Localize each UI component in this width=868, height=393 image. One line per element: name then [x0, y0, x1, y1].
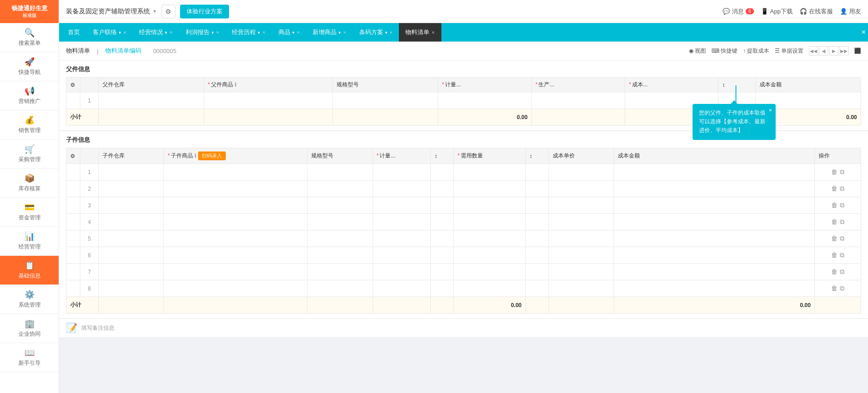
delete-row7-button[interactable]: 🗑	[831, 268, 838, 276]
child-row-8: 8 🗑⧉	[66, 280, 861, 297]
topbar-left: 装备及固定资产辅助管理系统 ▼ ⚙ 体验行业方案	[66, 5, 229, 18]
tab-customers-close[interactable]: ×	[123, 30, 126, 35]
close-all-tabs-button[interactable]: ×	[862, 28, 866, 36]
delete-row8-button[interactable]: 🗑	[831, 284, 838, 292]
copy-row8-button[interactable]: ⧉	[840, 284, 844, 292]
nav-next-next-button[interactable]: ▶▶	[839, 46, 849, 55]
tab-new-products-close[interactable]: ×	[343, 30, 346, 35]
child-row1-unit[interactable]	[373, 164, 430, 181]
tab-barcode-close[interactable]: ×	[390, 30, 392, 35]
nav-prev-button[interactable]: ◀	[819, 46, 828, 55]
sidebar-item-operation[interactable]: 📊 经营管理	[0, 227, 59, 256]
tab-operations-close[interactable]: ×	[169, 30, 172, 35]
parent-row1-warehouse[interactable]	[99, 92, 204, 109]
tab-new-products[interactable]: 新增商品 ▾ ×	[306, 23, 352, 42]
child-row1-spec[interactable]	[307, 164, 373, 181]
nav-next-button[interactable]: ▶	[829, 46, 838, 55]
note-icon: 📝	[66, 322, 78, 333]
tab-products[interactable]: 商品 ▾ ×	[272, 23, 306, 42]
sidebar-item-marketing[interactable]: 📢 营销推广	[0, 81, 59, 110]
tooltip-close-button[interactable]: ×	[769, 106, 772, 115]
delete-row1-button[interactable]: 🗑	[831, 168, 838, 176]
copy-row6-button[interactable]: ⧉	[840, 251, 844, 259]
message-button[interactable]: 💬 消息 6	[723, 7, 754, 16]
parent-col-cost-amount: 成本金额	[755, 78, 861, 92]
parent-col-production: *生产...	[531, 78, 625, 92]
copy-row3-button[interactable]: ⧉	[840, 201, 844, 209]
user-button[interactable]: 👤 用友	[840, 7, 861, 16]
tab-bom-close[interactable]: ×	[432, 30, 434, 35]
sidebar-item-finance[interactable]: 💳 资金管理	[0, 198, 59, 227]
delete-row6-button[interactable]: 🗑	[831, 251, 838, 259]
child-row1-warehouse[interactable]	[99, 164, 164, 181]
system-selector[interactable]: 装备及固定资产辅助管理系统 ▼	[66, 7, 157, 16]
child-row1-product[interactable]	[164, 164, 307, 181]
tab-profit[interactable]: 利润报告 ▾ ×	[179, 23, 225, 42]
sidebar-item-inventory[interactable]: 📦 库存核算	[0, 169, 59, 198]
sidebar-label-system: 系统管理	[18, 301, 41, 309]
tab-customers[interactable]: 客户联络 ▾ ×	[86, 23, 133, 42]
copy-row7-button[interactable]: ⧉	[840, 268, 844, 276]
parent-row1-unit[interactable]	[438, 92, 531, 109]
tab-operations[interactable]: 经营情况 ▾ ×	[133, 23, 179, 42]
app-logo: 畅捷通好生意 标准版	[0, 0, 59, 23]
sidebar-item-basic[interactable]: 📋 基础信息	[0, 256, 59, 285]
copy-row5-button[interactable]: ⧉	[840, 235, 844, 242]
page-header: 物料清单 | 物料清单编码 0000005 ◉ 视图 ⌨ 快捷键 ↑ 提取成本	[59, 42, 868, 60]
child-row1-unit-cost[interactable]	[549, 164, 614, 181]
sidebar-item-guide[interactable]: 📖 新手引导	[0, 343, 59, 372]
parent-row1-product[interactable]	[204, 92, 332, 109]
delete-row5-button[interactable]: 🗑	[831, 235, 838, 242]
sidebar-item-search[interactable]: 🔍 搜索菜单	[0, 23, 59, 52]
tab-history-close[interactable]: ×	[262, 30, 265, 35]
sidebar-label-search: 搜索菜单	[18, 39, 41, 47]
delete-row4-button[interactable]: 🗑	[831, 218, 838, 226]
sidebar-label-quicknav: 快捷导航	[18, 68, 41, 76]
topbar-right: 💬 消息 6 📱 App下载 🎧 在线客服 👤 用友	[723, 7, 861, 16]
tab-customers-arrow: ▾	[119, 30, 121, 35]
tab-home[interactable]: 首页	[61, 23, 86, 42]
page-header-toolbar: ◉ 视图 ⌨ 快捷键 ↑ 提取成本 ☰ 单据设置	[689, 46, 861, 55]
delete-row3-button[interactable]: 🗑	[831, 201, 838, 209]
nav-prev-prev-button[interactable]: ◀◀	[809, 46, 818, 55]
doc-settings-button[interactable]: ☰ 单据设置	[775, 47, 803, 55]
tab-products-close[interactable]: ×	[297, 30, 300, 35]
sidebar-item-sales[interactable]: 💰 销售管理	[0, 110, 59, 139]
parent-row1-production[interactable]	[531, 92, 625, 109]
copy-row1-button[interactable]: ⧉	[840, 168, 844, 176]
sidebar-item-purchase[interactable]: 🛒 采购管理	[0, 139, 59, 169]
copy-row4-button[interactable]: ⧉	[840, 218, 844, 226]
parent-col-num	[80, 78, 99, 92]
parent-row1-spec[interactable]	[333, 92, 438, 109]
settings-button[interactable]: ⚙	[162, 5, 175, 18]
app-subtitle: 标准版	[23, 12, 36, 19]
child-row-1: 1 🗑	[66, 164, 861, 181]
child-row-5: 5 🗑⧉	[66, 230, 861, 247]
view-button[interactable]: ◉ 视图	[689, 47, 706, 55]
delete-row2-button[interactable]: 🗑	[831, 185, 838, 193]
shortcut-button[interactable]: ⌨ 快捷键	[711, 47, 737, 55]
scan-input-button[interactable]: 扫码录入	[198, 151, 226, 160]
online-service-button[interactable]: 🎧 在线客服	[800, 7, 833, 16]
breadcrumb-bom[interactable]: 物料清单	[66, 47, 90, 55]
tab-profit-close[interactable]: ×	[216, 30, 219, 35]
expand-button[interactable]: ⬛	[854, 48, 861, 54]
content-area: 物料清单 | 物料清单编码 0000005 ◉ 视图 ⌨ 快捷键 ↑ 提取成本	[59, 42, 868, 393]
extract-cost-button[interactable]: ↑ 提取成本	[743, 47, 769, 55]
tab-operations-arrow: ▾	[165, 30, 167, 35]
box-icon: 📦	[24, 173, 35, 183]
sidebar-item-enterprise[interactable]: 🏢 企业协同	[0, 314, 59, 343]
nav-arrows: ◀◀ ◀ ▶ ▶▶	[809, 46, 849, 55]
tab-barcode[interactable]: 条码方案 ▾ ×	[353, 23, 399, 42]
child-row1-quantity[interactable]	[453, 164, 525, 181]
sidebar-label-sales: 销售管理	[18, 127, 41, 134]
copy-row2-button[interactable]: ⧉	[840, 185, 844, 193]
tab-history[interactable]: 经营历程 ▾ ×	[225, 23, 271, 42]
sidebar-item-system[interactable]: ⚙️ 系统管理	[0, 285, 59, 314]
child-col-product: *子件商品ℹ 扫码录入	[164, 148, 307, 164]
app-download-button[interactable]: 📱 App下载	[761, 7, 793, 16]
trial-button[interactable]: 体验行业方案	[180, 5, 229, 18]
sidebar-item-quicknav[interactable]: 🚀 快捷导航	[0, 52, 59, 81]
tab-bom[interactable]: 物料清单 ×	[399, 23, 441, 42]
tooltip-popup: × 您的父件、子件的成本取值可以选择【参考成本、最新进价、平均成本】	[693, 104, 776, 140]
